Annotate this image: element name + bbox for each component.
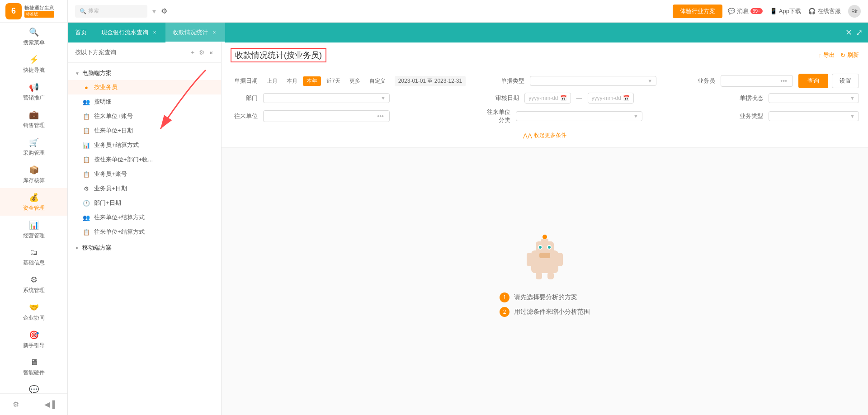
enterprise-icon: 🤝 (29, 302, 39, 312)
sidebar-item-quick-nav[interactable]: ⚡ 快捷导航 (0, 50, 67, 78)
sidebar-item-inventory[interactable]: 📦 库存核算 (0, 160, 67, 188)
tab-collection-stats[interactable]: 收款情况统计 × (165, 23, 225, 42)
scheme-item-partner-date[interactable]: 📋 往来单位+日期 (68, 123, 221, 138)
scheme-item-dept-date[interactable]: 🕐 部门+日期 (68, 196, 221, 210)
refresh-btn[interactable]: ↻ 刷新 (840, 51, 859, 59)
sidebar-item-guide[interactable]: 🎯 新手引导 (0, 325, 67, 353)
export-icon: ↑ (819, 52, 822, 59)
partner-type-select[interactable]: ▼ (516, 111, 642, 121)
left-panel-add-btn[interactable]: + (190, 48, 195, 57)
scheme-item-partner-settle2[interactable]: 📋 往来单位+结算方式 (68, 225, 221, 239)
scheme-item-salesperson-date[interactable]: ⚙ 业务员+日期 (68, 181, 221, 196)
svg-rect-10 (547, 272, 554, 279)
filter-row-1: 单据日期 上月 本月 本年 近7天 更多 自定义 2023-01-01 至 20… (231, 74, 859, 88)
doc-status-select[interactable]: ▼ (769, 93, 859, 103)
scheme-item-by-salesperson[interactable]: ● 按业务员 (68, 80, 221, 94)
calendar-icon: 📅 (560, 95, 567, 101)
topbar-dropdown-icon[interactable]: ▼ (151, 8, 157, 15)
sidebar-item-label: 搜索菜单 (23, 39, 45, 47)
filter-row-2: 部门 ▼ 审核日期 yyyy-mm-dd 📅 — y (231, 93, 859, 104)
tabbar-maximize-btn[interactable]: ⤢ (856, 28, 863, 38)
scheme-item-by-detail[interactable]: 👥 按明细 (68, 94, 221, 109)
sidebar-item-basic[interactable]: 🗂 基础信息 (0, 243, 67, 270)
topbar-left: 🔍 搜索 ▼ ⚙ (75, 5, 667, 18)
tab-home[interactable]: 首页 (68, 23, 94, 42)
sidebar-item-marketing[interactable]: 📢 营销推广 (0, 78, 67, 105)
query-btn[interactable]: 查询 (798, 74, 828, 88)
sidebar-item-label: 资金管理 (23, 204, 45, 212)
sidebar-item-enterprise[interactable]: 🤝 企业协同 (0, 298, 67, 325)
salesperson-dots[interactable]: ••• (778, 77, 789, 85)
scheme-item-partner-settle1[interactable]: 👥 往来单位+结算方式 (68, 210, 221, 225)
scheme-group-mobile-label: 移动端方案 (82, 244, 112, 252)
date-btn-custom[interactable]: 自定义 (366, 76, 389, 86)
sidebar-collapse-btn[interactable]: ◀▐ (42, 398, 57, 410)
sidebar-nav: 🔍 搜索菜单 ⚡ 快捷导航 📢 营销推广 💼 销售管理 🛒 采购管理 📦 (0, 23, 67, 393)
topbar-service-btn[interactable]: 🎧 在线客服 (808, 7, 841, 15)
sidebar-item-hardware[interactable]: 🖥 智能硬件 (0, 353, 67, 380)
sidebar-item-search-menu[interactable]: 🔍 搜索菜单 (0, 23, 67, 50)
topbar-gear-btn[interactable]: ⚙ (161, 7, 167, 15)
salesperson-date-icon: ⚙ (82, 184, 90, 193)
sidebar-item-wechat[interactable]: 💬 企业微信 (0, 380, 67, 393)
date-btn-this-month[interactable]: 本月 (283, 76, 301, 86)
tab-bank-flow[interactable]: 现金银行流水查询 × (94, 23, 165, 42)
partner-dots[interactable]: ••• (375, 113, 386, 120)
tab-bank-flow-close[interactable]: × (151, 29, 158, 36)
sidebar-item-label: 经营管理 (23, 232, 45, 240)
doc-type-chevron: ▼ (647, 78, 652, 84)
topbar-appdownload-btn[interactable]: 📱 App下载 (770, 7, 801, 15)
scheme-group-mobile-header[interactable]: ▼ 移动端方案 (68, 241, 221, 255)
sidebar-item-operation[interactable]: 📊 经营管理 (0, 216, 67, 243)
refresh-label: 刷新 (847, 51, 859, 59)
sidebar-item-purchase[interactable]: 🛒 采购管理 (0, 133, 67, 160)
scheme-item-partner-account[interactable]: 📋 往来单位+账号 (68, 109, 221, 123)
sidebar-settings-btn[interactable]: ⚙ (11, 398, 21, 410)
appdownload-icon: 📱 (770, 8, 777, 14)
date-btn-this-year[interactable]: 本年 (303, 76, 321, 86)
left-panel-title: 按以下方案查询 (75, 48, 186, 57)
scheme-group-desktop-header[interactable]: ▼ 电脑端方案 (68, 66, 221, 80)
date-btn-last-month[interactable]: 上月 (263, 76, 281, 86)
svg-point-5 (548, 246, 551, 249)
scheme-item-salesperson-acct[interactable]: 📋 业务员+账号 (68, 167, 221, 181)
left-panel-setting-btn[interactable]: ⚙ (198, 48, 206, 57)
sidebar-footer: ⚙ ◀▐ (0, 393, 67, 415)
left-panel-collapse-btn[interactable]: « (208, 48, 214, 57)
scheme-item-salesperson-settle[interactable]: 📊 业务员+结算方式 (68, 138, 221, 152)
sidebar-item-sales[interactable]: 💼 销售管理 (0, 105, 67, 133)
biz-type-select[interactable]: ▼ (769, 111, 859, 121)
topbar-search-box[interactable]: 🔍 搜索 (75, 5, 147, 18)
date-btn-more[interactable]: 更多 (346, 76, 364, 86)
sidebar-item-label: 营销推广 (23, 94, 45, 102)
dept-select[interactable]: ▼ (263, 93, 390, 103)
dept-chevron: ▼ (381, 95, 386, 101)
trial-btn[interactable]: 体验行业方案 (673, 5, 722, 18)
topbar-message-btn[interactable]: 💬 消息 99+ (728, 7, 763, 15)
topbar-service-label: 在线客服 (817, 7, 841, 15)
scheme-item-partner-dept-collect[interactable]: 📋 按往来单位+部门+收... (68, 152, 221, 167)
sidebar-item-label: 智能硬件 (23, 369, 45, 377)
sidebar-item-system[interactable]: ⚙ 系统管理 (0, 270, 67, 298)
tab-bank-flow-label: 现金银行流水查询 (101, 28, 148, 37)
sidebar-item-capital[interactable]: 💰 资金管理 (0, 188, 67, 216)
review-date-from[interactable]: yyyy-mm-dd 📅 (524, 93, 571, 104)
tabbar-close-btn[interactable]: ✕ (845, 28, 852, 38)
partner-select[interactable]: ••• (263, 110, 390, 122)
tab-home-label: 首页 (75, 28, 87, 37)
dept-label: 部门 (231, 94, 258, 102)
export-btn[interactable]: ↑ 导出 (819, 51, 835, 59)
tab-collection-stats-close[interactable]: × (211, 29, 218, 36)
scheme-items-desktop: ● 按业务员 👥 按明细 📋 往来单位+账号 (68, 80, 221, 239)
filter-row-3: 往来单位 ••• 往来单位分类 ▼ 业务类型 (231, 108, 859, 124)
topbar-avatar[interactable]: Rit (848, 5, 861, 18)
left-panel-content: ▼ 电脑端方案 ● 按业务员 👥 按明细 (68, 63, 221, 415)
review-date-to[interactable]: yyyy-mm-dd 📅 (588, 93, 634, 104)
scheme-item-label: 部门+日期 (94, 199, 121, 207)
filter-collapse-bar[interactable]: ⋀⋀ 收起更多条件 (231, 129, 859, 142)
date-quick-group: 上月 本月 本年 近7天 更多 自定义 (263, 76, 389, 86)
date-btn-7days[interactable]: 近7天 (323, 76, 344, 86)
salesperson-select[interactable]: ••• (721, 75, 793, 87)
doc-type-select[interactable]: ▼ (530, 76, 656, 86)
setting-btn[interactable]: 设置 (832, 74, 859, 88)
